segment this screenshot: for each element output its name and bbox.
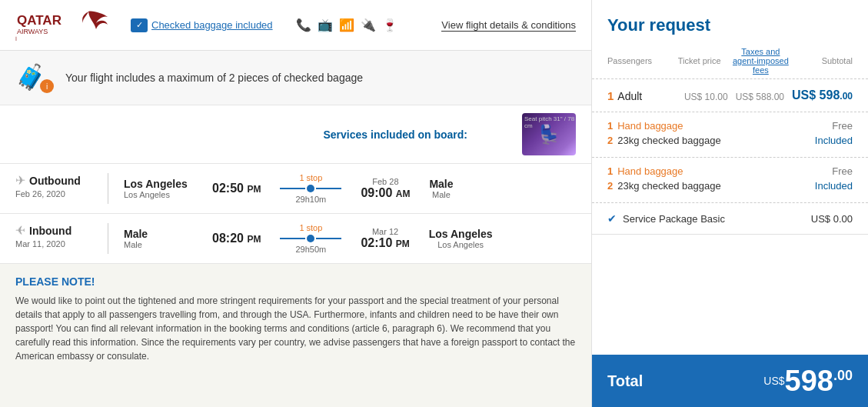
svg-text:AIRWAYS: AIRWAYS: [17, 28, 48, 35]
outbound-arrival: Feb 28 09:00 AM: [361, 177, 410, 200]
inbound-depart-time: 08:20 PM: [212, 232, 261, 245]
checked-baggage-line-2: 2 23kg checked baggage Included: [607, 180, 853, 192]
outbound-date: Feb 26, 2020: [15, 189, 92, 198]
total-amount: 598.00: [785, 366, 853, 395]
please-note-text: We would like to point out the tightened…: [15, 294, 576, 363]
hand-baggage-line-2: 1 Hand baggage Free: [607, 165, 853, 177]
please-note-title: PLEASE NOTE!: [15, 275, 576, 288]
hand-baggage-label-2: Hand baggage: [617, 165, 832, 177]
hand-baggage-num-2: 1: [607, 165, 613, 177]
header-ticket: Ticket price: [669, 56, 730, 65]
header-subtotal: Subtotal: [791, 56, 853, 65]
qatar-logo: QATAR AIRWAYS الخطوط الجوية القطرية: [15, 8, 115, 42]
checked-baggage-num-1: 2: [607, 135, 613, 146]
passenger-label: Adult: [617, 90, 684, 102]
outbound-flight-section: ✈ Outbound Feb 26, 2020 Los Angeles Los …: [0, 164, 591, 214]
usb-icon: 🔌: [361, 18, 376, 32]
total-label: Total: [607, 372, 763, 390]
taxes-price: US$ 588.00: [736, 92, 784, 102]
hand-baggage-price-1: Free: [832, 120, 853, 132]
checked-baggage-num-2: 2: [607, 180, 613, 192]
ticket-price: US$ 10.00: [684, 92, 728, 102]
inbound-direction: ✈ Inbound Mar 11, 2020: [15, 223, 92, 249]
passenger-count: 1: [607, 89, 614, 102]
inbound-passenger: Los Angeles Los Angeles: [429, 228, 493, 249]
your-request-title: Your request: [592, 0, 868, 43]
hand-baggage-num-1: 1: [607, 120, 613, 132]
request-header-row: Passengers Ticket price Taxes and agent-…: [592, 43, 868, 79]
baggage-info-bar: 🧳 i Your flight includes a maximum of 2 …: [0, 51, 591, 105]
phone-icon: 📞: [296, 18, 311, 32]
services-label: Services included on board:: [269, 128, 523, 141]
services-row: Services included on board: Seat pitch 3…: [0, 105, 591, 164]
outbound-depart-time: 02:50 PM: [212, 182, 261, 195]
outbound-stop-info: 1 stop 29h10m: [280, 173, 341, 204]
baggage-icon-wrap: 🧳 i: [15, 62, 54, 93]
passenger-prices: US$ 10.00 US$ 588.00 US$ 598.00: [684, 88, 853, 102]
inbound-arrival: Mar 12 02:10 PM: [361, 227, 409, 250]
outbound-direction: ✈ Outbound Feb 26, 2020: [15, 173, 92, 198]
checked-baggage-line-1: 2 23kg checked baggage Included: [607, 135, 853, 146]
outbound-plane-icon: ✈: [15, 173, 25, 188]
baggage-info-text: Your flight includes a maximum of 2 piec…: [65, 72, 363, 84]
inbound-stop-info: 1 stop 29h50m: [280, 223, 341, 254]
outbound-details: Los Angeles Los Angeles 02:50 PM 1 stop …: [124, 173, 576, 204]
passenger-row: 1 Adult US$ 10.00 US$ 588.00 US$ 598.00: [592, 79, 868, 112]
seat-image: Seat pitch 31" / 78 cm 💺: [522, 113, 576, 155]
total-currency: US$: [763, 375, 784, 387]
total-bar: Total US$ 598.00: [592, 355, 868, 407]
hand-baggage-price-2: Free: [832, 165, 853, 177]
hand-baggage-label-1: Hand baggage: [617, 120, 832, 132]
checked-baggage-price-2: Included: [815, 180, 853, 192]
service-check-icon: ✔: [607, 212, 617, 225]
inbound-date: Mar 11, 2020: [15, 239, 92, 249]
service-package-price: US$ 0.00: [811, 213, 853, 225]
check-icon: ✓: [131, 18, 148, 32]
checked-baggage-label-1: 23kg checked baggage: [617, 135, 815, 146]
wifi-icon: 📶: [339, 18, 354, 32]
inbound-label: Inbound: [29, 225, 72, 237]
passenger-subtotal: US$ 598.00: [792, 88, 853, 102]
bar-icon: 🍷: [382, 18, 397, 32]
checked-baggage-price-1: Included: [815, 135, 853, 146]
inbound-flight-section: ✈ Inbound Mar 11, 2020 Male Male 08:20 P…: [0, 214, 591, 264]
inbound-details: Male Male 08:20 PM 1 stop 29h50m Ma: [124, 223, 576, 254]
svg-text:QATAR: QATAR: [17, 13, 62, 28]
baggage-section-1: 1 Hand baggage Free 2 23kg checked bagga…: [592, 112, 868, 158]
outbound-origin: Los Angeles Los Angeles: [124, 178, 193, 199]
outbound-label: Outbound: [29, 175, 81, 187]
please-note-section: PLEASE NOTE! We would like to point out …: [0, 264, 591, 407]
service-package-row: ✔ Service Package Basic US$ 0.00: [592, 203, 868, 235]
baggage-badge: i: [40, 79, 54, 93]
view-flight-link[interactable]: View flight details & conditions: [441, 19, 576, 32]
baggage-section-2: 1 Hand baggage Free 2 23kg checked bagga…: [592, 158, 868, 203]
right-panel: Your request Passengers Ticket price Tax…: [591, 0, 868, 407]
screen-icon: 📺: [318, 18, 333, 32]
top-bar: QATAR AIRWAYS الخطوط الجوية القطرية ✓ Ch…: [0, 0, 591, 51]
outbound-passenger: Male Male: [429, 178, 453, 199]
checked-baggage-label-2: 23kg checked baggage: [617, 180, 815, 192]
service-package-label: Service Package Basic: [623, 213, 811, 225]
header-passengers: Passengers: [607, 56, 669, 65]
header-taxes-link[interactable]: Taxes and agent-imposed fees: [730, 47, 792, 75]
checked-baggage-link[interactable]: ✓ Checked baggage included: [131, 18, 273, 32]
hand-baggage-line-1: 1 Hand baggage Free: [607, 120, 853, 132]
inbound-origin: Male Male: [124, 228, 193, 249]
inbound-plane-icon: ✈: [15, 223, 25, 238]
amenities-icons: 📞 📺 📶 🔌 🍷: [296, 18, 397, 32]
svg-text:الخطوط الجوية القطرية: الخطوط الجوية القطرية: [15, 36, 17, 42]
